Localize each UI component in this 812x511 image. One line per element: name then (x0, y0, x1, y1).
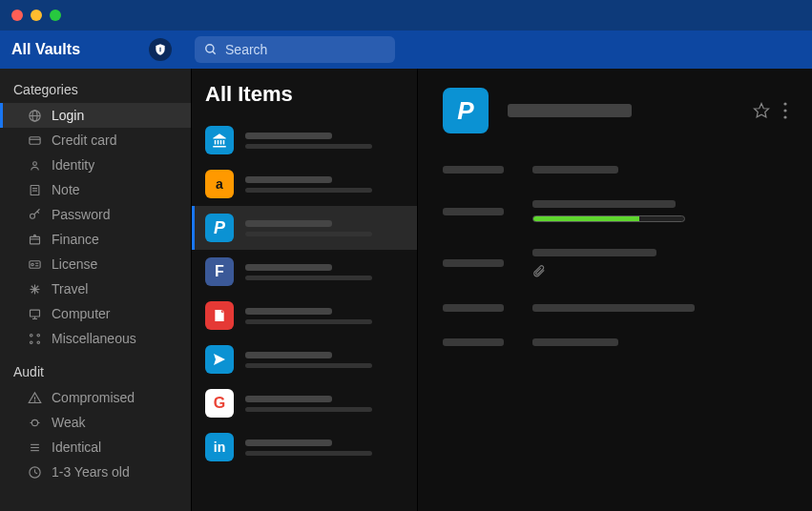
list-item[interactable]: F (192, 250, 417, 294)
sidebar: Categories LoginCredit cardIdentityNoteP… (0, 69, 191, 511)
field-value[interactable] (532, 338, 618, 346)
detail-panel: P (418, 69, 812, 511)
list-item-text (245, 439, 404, 456)
sidebar-category-miscellaneous[interactable]: Miscellaneous (0, 326, 191, 351)
list-item-icon (205, 345, 234, 374)
svg-point-31 (30, 341, 32, 344)
list-item-icon (205, 301, 234, 330)
id-icon (27, 157, 42, 173)
credit-card-icon (27, 133, 42, 148)
svg-point-45 (783, 102, 786, 105)
detail-field-row (443, 338, 787, 346)
maximize-window-button[interactable] (50, 10, 61, 21)
sidebar-item-label: Computer (52, 306, 177, 321)
detail-field-row (443, 166, 787, 174)
password-strength-bar (532, 215, 685, 222)
svg-point-34 (34, 400, 35, 401)
sidebar-audit-identical[interactable]: Identical (0, 435, 191, 460)
categories-header: Categories (0, 78, 191, 103)
list-item-text (245, 176, 404, 193)
finance-icon (27, 232, 42, 247)
audit-header: Audit (0, 360, 191, 385)
detail-item-icon: P (443, 88, 489, 133)
field-label (443, 166, 504, 174)
svg-rect-9 (31, 185, 39, 194)
computer-icon (27, 306, 42, 321)
sidebar-audit-1-3-years-old[interactable]: 1-3 Years old (0, 460, 191, 484)
search-icon (204, 43, 218, 56)
license-icon (27, 256, 42, 272)
detail-field-row (443, 304, 787, 312)
list-item[interactable]: a (192, 162, 417, 206)
sidebar-category-password[interactable]: Password (0, 202, 191, 227)
sidebar-category-login[interactable]: Login (0, 103, 191, 128)
toolbar: All Vaults (0, 31, 812, 69)
list-item[interactable] (192, 294, 417, 337)
list-item-text (245, 308, 404, 324)
sidebar-category-note[interactable]: Note (0, 177, 191, 202)
svg-point-12 (30, 214, 34, 218)
list-item-text (245, 264, 404, 280)
sidebar-item-label: Weak (52, 415, 177, 430)
search-input[interactable] (225, 42, 385, 57)
list-item[interactable]: G (192, 381, 417, 425)
sidebar-category-credit-card[interactable]: Credit card (0, 128, 191, 153)
sidebar-item-label: Miscellaneous (52, 331, 177, 346)
svg-rect-15 (30, 236, 39, 244)
close-window-button[interactable] (11, 10, 23, 21)
search-box[interactable] (195, 36, 395, 63)
field-value[interactable] (532, 304, 695, 312)
sidebar-category-travel[interactable]: Travel (0, 276, 191, 301)
list-item-icon: G (205, 389, 234, 418)
sidebar-category-license[interactable]: License (0, 252, 191, 276)
titlebar (0, 0, 812, 31)
svg-point-1 (206, 45, 214, 52)
favorite-icon[interactable] (753, 102, 770, 119)
window-controls (11, 10, 61, 21)
svg-point-8 (32, 161, 36, 165)
svg-point-17 (33, 235, 35, 236)
field-value[interactable] (532, 200, 676, 208)
list-item-icon: F (205, 257, 234, 286)
list-item[interactable] (192, 118, 417, 162)
list-item-text (245, 220, 404, 236)
sidebar-audit-compromised[interactable]: Compromised (0, 385, 191, 410)
list-item[interactable]: P (192, 206, 417, 250)
svg-rect-26 (30, 310, 39, 317)
misc-icon (27, 331, 42, 346)
vault-selector[interactable]: All Vaults (11, 41, 80, 58)
list-item-text (245, 396, 404, 412)
globe-icon (27, 108, 42, 123)
list-item-icon: a (205, 170, 234, 198)
svg-point-29 (30, 334, 32, 337)
sidebar-item-label: Compromised (52, 390, 177, 405)
warning-icon (27, 390, 42, 405)
list-item[interactable]: in (192, 425, 417, 469)
field-value[interactable] (532, 166, 618, 174)
list-item-icon: P (205, 214, 234, 242)
sidebar-category-finance[interactable]: Finance (0, 227, 191, 252)
sidebar-audit-weak[interactable]: Weak (0, 410, 191, 435)
sidebar-category-computer[interactable]: Computer (0, 301, 191, 326)
svg-marker-44 (755, 104, 769, 117)
attachment-icon[interactable] (532, 264, 656, 277)
list-item[interactable] (192, 337, 417, 381)
vault-shield-icon[interactable] (149, 38, 172, 61)
more-icon[interactable] (783, 102, 787, 119)
item-list: All Items aPFGin (191, 69, 418, 511)
svg-point-47 (783, 115, 786, 118)
svg-point-19 (31, 263, 33, 266)
list-item-icon (205, 126, 234, 154)
sidebar-item-label: Identical (52, 439, 177, 455)
detail-field-row (443, 249, 787, 277)
svg-line-43 (34, 472, 37, 473)
detail-field-row (443, 200, 787, 222)
minimize-window-button[interactable] (31, 10, 42, 21)
sidebar-category-identity[interactable]: Identity (0, 153, 191, 177)
list-item-text (245, 133, 404, 149)
svg-point-46 (783, 109, 786, 112)
svg-point-32 (37, 341, 40, 344)
field-value[interactable] (532, 249, 656, 256)
clock-icon (27, 464, 42, 480)
field-label (443, 259, 504, 267)
